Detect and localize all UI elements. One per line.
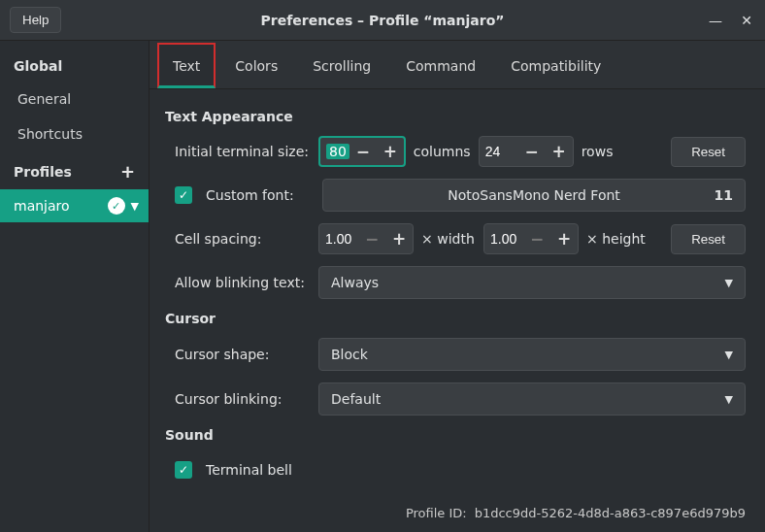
cell-height-decrement[interactable]: − — [523, 224, 550, 253]
allow-blinking-select[interactable]: Always ▼ — [318, 266, 746, 299]
close-button[interactable]: ✕ — [738, 13, 755, 28]
chevron-down-icon: ▼ — [725, 349, 733, 361]
label-x-height: × height — [586, 231, 646, 247]
chevron-down-icon: ▼ — [725, 277, 733, 289]
cell-width-decrement[interactable]: − — [358, 224, 385, 253]
cell-width-stepper[interactable]: − + — [318, 223, 414, 254]
sidebar-item-general[interactable]: General — [0, 82, 149, 116]
tab-command[interactable]: Command — [390, 43, 491, 88]
custom-font-checkbox[interactable]: ✓ — [175, 186, 192, 204]
label-cursor-blinking: Cursor blinking: — [175, 391, 311, 407]
cursor-shape-select[interactable]: Block ▼ — [318, 338, 746, 371]
sidebar-header-profiles: Profiles + — [0, 151, 149, 189]
cell-height-value[interactable] — [484, 224, 523, 253]
terminal-bell-checkbox[interactable]: ✓ — [175, 461, 192, 479]
label-allow-blinking: Allow blinking text: — [175, 275, 311, 290]
profile-id-value: b1dcc9dd-5262-4d8d-a863-c897e6d979b9 — [475, 506, 746, 520]
label-initial-size: Initial terminal size: — [175, 144, 311, 159]
font-size: 11 — [715, 187, 733, 203]
columns-value[interactable]: 80 — [326, 144, 349, 159]
cell-width-increment[interactable]: + — [385, 224, 413, 253]
label-terminal-bell[interactable]: Terminal bell — [206, 462, 292, 478]
columns-increment[interactable]: + — [377, 138, 404, 165]
columns-decrement[interactable]: − — [349, 138, 377, 165]
sidebar: Global General Shortcuts Profiles + manj… — [0, 41, 150, 532]
label-x-width: × width — [421, 231, 476, 247]
rows-decrement[interactable]: − — [518, 137, 546, 166]
tab-compatibility[interactable]: Compatibility — [495, 43, 616, 88]
sidebar-item-shortcuts[interactable]: Shortcuts — [0, 116, 149, 151]
sidebar-header-global: Global — [0, 49, 149, 82]
help-button[interactable]: Help — [10, 7, 61, 33]
tab-colors[interactable]: Colors — [219, 43, 293, 88]
tab-text[interactable]: Text — [157, 43, 216, 88]
columns-stepper[interactable]: 80 − + — [318, 136, 406, 167]
check-icon: ✓ — [108, 197, 125, 215]
rows-value[interactable] — [480, 137, 518, 166]
cell-height-stepper[interactable]: − + — [483, 223, 579, 254]
section-sound: Sound — [165, 427, 746, 443]
cell-height-increment[interactable]: + — [550, 224, 578, 253]
window-title: Preferences – Profile “manjaro” — [0, 13, 765, 28]
tab-scrolling[interactable]: Scrolling — [297, 43, 386, 88]
reset-size-button[interactable]: Reset — [671, 137, 746, 167]
chevron-down-icon: ▼ — [725, 393, 733, 406]
font-chooser-button[interactable]: NotoSansMono Nerd Font 11 — [322, 179, 746, 212]
label-cell-spacing: Cell spacing: — [175, 231, 311, 247]
section-text-appearance: Text Appearance — [165, 109, 746, 124]
sidebar-profile-manjaro[interactable]: manjaro ✓ ▼ — [0, 189, 149, 222]
add-profile-button[interactable]: + — [120, 161, 135, 182]
label-cursor-shape: Cursor shape: — [175, 347, 311, 362]
tabbar: Text Colors Scrolling Command Compatibil… — [150, 41, 765, 89]
label-columns: columns — [414, 144, 471, 159]
titlebar: Help Preferences – Profile “manjaro” — ✕ — [0, 0, 765, 41]
reset-spacing-button[interactable]: Reset — [671, 224, 746, 254]
cursor-blinking-select[interactable]: Default ▼ — [318, 382, 746, 416]
profile-id-label: Profile ID: — [406, 506, 467, 520]
section-cursor: Cursor — [165, 311, 746, 326]
label-rows: rows — [582, 144, 636, 159]
rows-stepper[interactable]: − + — [479, 136, 574, 167]
chevron-down-icon[interactable]: ▼ — [131, 200, 139, 213]
rows-increment[interactable]: + — [546, 137, 573, 166]
font-name: NotoSansMono Nerd Font — [448, 187, 620, 203]
minimize-button[interactable]: — — [707, 13, 724, 28]
cell-width-value[interactable] — [319, 224, 358, 253]
label-custom-font[interactable]: Custom font: — [206, 187, 315, 203]
